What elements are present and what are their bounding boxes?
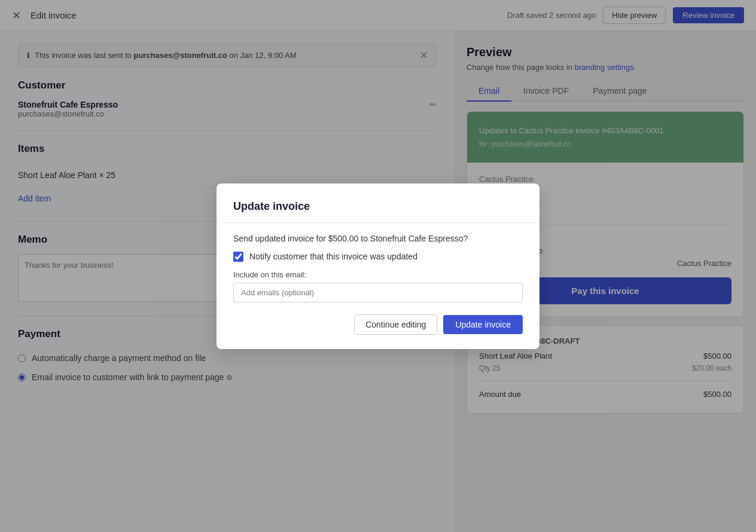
modal-divider [217,222,539,223]
modal: Update invoice Send updated invoice for … [217,184,539,349]
continue-editing-button[interactable]: Continue editing [354,314,437,335]
modal-checkbox-row: Notify customer that this invoice was up… [233,252,523,262]
notify-label: Notify customer that this invoice was up… [249,252,417,261]
modal-overlay: Update invoice Send updated invoice for … [0,0,756,532]
modal-body: Send updated invoice for $500.00 to Ston… [233,234,523,243]
email-input[interactable] [233,283,523,302]
modal-actions: Continue editing Update invoice [233,314,523,335]
update-invoice-button[interactable]: Update invoice [443,315,523,334]
modal-title: Update invoice [233,200,523,213]
include-label: Include on this email: [233,270,523,279]
notify-checkbox[interactable] [233,252,243,262]
